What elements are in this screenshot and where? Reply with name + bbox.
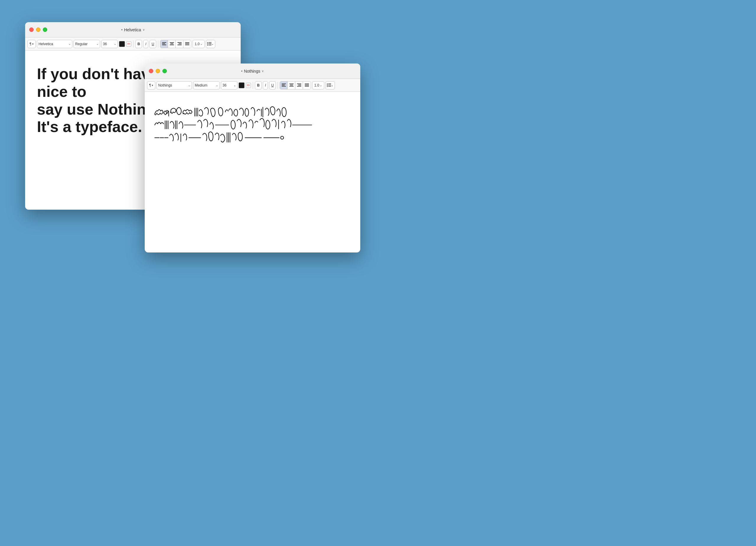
align-justify-2[interactable] (303, 82, 311, 89)
title-text-1: Helvetica (124, 27, 141, 32)
spacing-label-1: 1.0 (195, 42, 200, 46)
traffic-lights-1 (29, 27, 47, 32)
align-group-2 (280, 81, 311, 89)
font-style-chevron-1: ⌄ (96, 43, 99, 45)
svg-rect-38 (327, 83, 328, 84)
svg-rect-16 (207, 42, 208, 43)
align-left-1[interactable] (160, 40, 168, 48)
font-size-label-1: 36 (103, 42, 107, 46)
svg-rect-42 (327, 86, 328, 87)
maximize-button-2[interactable] (162, 69, 167, 73)
pencil-btn-1[interactable]: ✏ (126, 41, 131, 47)
spacing-chevron-1: ⌄ (200, 43, 203, 45)
italic-btn-2[interactable]: I (263, 81, 268, 89)
font-name-select-2[interactable]: Nothings ⌄ (157, 81, 192, 89)
para-icon-1: ¶ (30, 42, 31, 46)
title-text-2: Nothings (244, 69, 260, 74)
align-group-1 (160, 40, 191, 48)
minimize-button-2[interactable] (156, 69, 160, 73)
spacing-chevron-2: ⌄ (320, 84, 322, 87)
svg-rect-40 (327, 85, 328, 86)
title-chevron-2[interactable]: ∨ (262, 69, 264, 73)
maximize-button-1[interactable] (43, 27, 47, 32)
font-style-chevron-2: ⌄ (216, 84, 218, 87)
svg-rect-26 (289, 84, 294, 84)
font-size-select-1[interactable]: 36 ⌄ (101, 40, 118, 48)
svg-rect-32 (297, 86, 301, 87)
font-style-select-1[interactable]: Regular ⌄ (74, 40, 100, 48)
sep-2b (278, 82, 278, 89)
font-name-select-1[interactable]: Helvetica ⌄ (37, 40, 72, 48)
toolbar-2: ¶ ▾ Nothings ⌄ Medium ⌄ 36 ⌄ ✏ B I U (145, 79, 360, 92)
window-nothings: ▪ Nothings ∨ ¶ ▾ Nothings ⌄ Medium ⌄ 36 … (145, 63, 360, 252)
font-name-chevron-1: ⌄ (69, 43, 71, 45)
svg-rect-12 (185, 42, 189, 43)
underline-btn-2[interactable]: U (269, 81, 276, 89)
title-chevron-1[interactable]: ∨ (143, 28, 145, 31)
svg-rect-17 (208, 42, 211, 43)
font-name-chevron-2: ⌄ (188, 84, 190, 87)
close-button-2[interactable] (149, 69, 153, 73)
svg-rect-4 (170, 42, 174, 43)
align-right-1[interactable] (176, 40, 183, 48)
window-title-1: ▪ Helvetica ∨ (121, 27, 144, 32)
bold-btn-2[interactable]: B (255, 81, 262, 89)
font-size-select-2[interactable]: 36 ⌄ (221, 81, 237, 89)
close-button-1[interactable] (29, 27, 34, 32)
titlebar-helvetica: ▪ Helvetica ∨ (25, 22, 241, 38)
svg-rect-30 (297, 84, 301, 84)
font-style-label-2: Medium (195, 83, 207, 87)
list-chevron-2: ⌄ (331, 84, 333, 87)
paragraph-btn-2[interactable]: ¶ ▾ (147, 81, 155, 89)
para-icon-2: ¶ (149, 83, 151, 87)
font-style-label-1: Regular (75, 42, 87, 46)
svg-rect-10 (177, 45, 182, 45)
svg-rect-18 (207, 43, 208, 44)
font-icon-1: ▪ (121, 27, 123, 32)
bold-btn-1[interactable]: B (135, 40, 142, 48)
list-chevron-1: ⌄ (211, 43, 214, 45)
svg-rect-28 (289, 86, 294, 87)
color-swatch-1[interactable] (119, 41, 125, 47)
align-left-2[interactable] (280, 82, 288, 89)
svg-rect-43 (328, 86, 331, 87)
svg-rect-21 (208, 45, 211, 45)
svg-rect-36 (305, 86, 309, 87)
font-icon-2: ▪ (241, 69, 243, 73)
para-chevron-1: ▾ (32, 43, 34, 45)
font-name-label-1: Helvetica (38, 42, 53, 46)
nothings-decorative-svg (152, 101, 353, 148)
svg-rect-35 (305, 85, 309, 85)
list-btn-2[interactable]: ⌄ (325, 81, 335, 89)
traffic-lights-2 (149, 69, 167, 73)
svg-rect-6 (170, 45, 174, 45)
spacing-label-2: 1.0 (314, 83, 319, 87)
svg-rect-24 (282, 86, 286, 87)
font-style-select-2[interactable]: Medium ⌄ (193, 81, 220, 89)
svg-rect-14 (185, 45, 189, 45)
align-center-1[interactable] (168, 40, 176, 48)
svg-rect-19 (208, 43, 211, 44)
svg-rect-34 (305, 84, 309, 84)
list-btn-1[interactable]: ⌄ (206, 40, 215, 48)
font-name-label-2: Nothings (158, 83, 172, 87)
underline-btn-1[interactable]: U (149, 40, 156, 48)
pencil-btn-2[interactable]: ✏ (246, 83, 251, 88)
align-right-2[interactable] (295, 82, 303, 89)
align-center-2[interactable] (288, 82, 295, 89)
color-swatch-2[interactable] (239, 82, 245, 88)
svg-point-69 (281, 136, 283, 139)
spacing-btn-2[interactable]: 1.0 ⌄ (312, 81, 324, 89)
titlebar-nothings: ▪ Nothings ∨ (145, 63, 360, 79)
align-justify-1[interactable] (183, 40, 191, 48)
spacing-btn-1[interactable]: 1.0 ⌄ (193, 40, 205, 48)
para-chevron-2: ▾ (152, 84, 153, 87)
italic-btn-1[interactable]: I (143, 40, 148, 48)
toolbar-1: ¶ ▾ Helvetica ⌄ Regular ⌄ 36 ⌄ ✏ B I U (25, 38, 241, 50)
window-content-2 (145, 92, 360, 154)
minimize-button-1[interactable] (36, 27, 40, 32)
svg-rect-0 (162, 42, 166, 43)
paragraph-btn-1[interactable]: ¶ ▾ (27, 40, 36, 48)
svg-rect-23 (282, 85, 285, 85)
svg-rect-22 (282, 84, 286, 84)
